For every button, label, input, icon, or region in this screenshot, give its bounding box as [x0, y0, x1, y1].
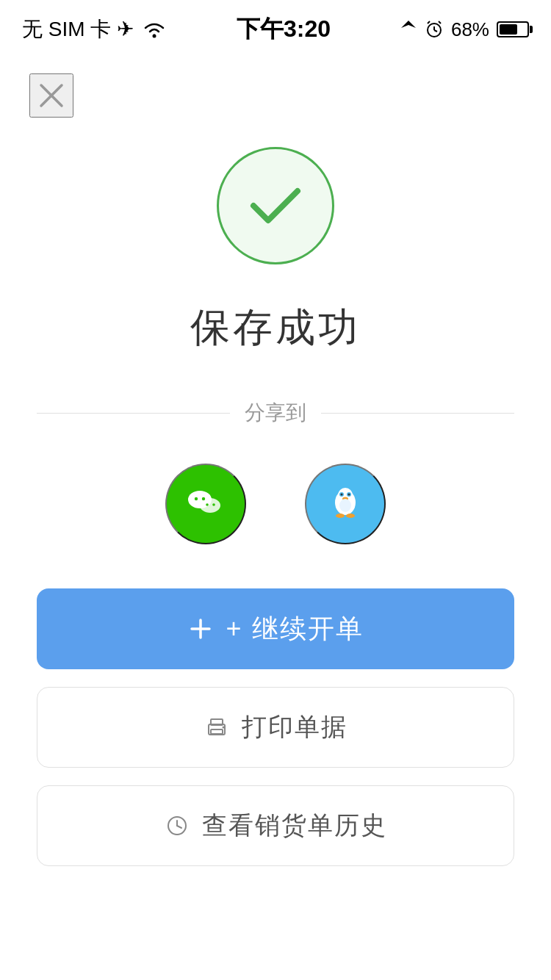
printer-icon [204, 714, 230, 741]
share-section: 分享到 [37, 399, 514, 544]
battery-percentage: 68% [451, 18, 489, 41]
wifi-icon [141, 19, 168, 40]
print-label: 打印单据 [242, 710, 347, 744]
svg-point-10 [195, 497, 198, 500]
battery-icon [497, 21, 529, 37]
no-sim-label: 无 SIM 卡 ✈ [22, 15, 134, 43]
svg-point-22 [346, 514, 355, 518]
svg-rect-28 [211, 729, 223, 734]
svg-line-3 [434, 30, 437, 32]
share-divider: 分享到 [37, 399, 514, 427]
divider-left [37, 413, 230, 414]
continue-button[interactable]: + 继续开单 [37, 588, 514, 669]
alarm-icon [425, 19, 444, 40]
qq-icon [322, 480, 369, 527]
checkmark-icon [242, 173, 309, 239]
status-time: 下午3:20 [237, 13, 331, 46]
success-title: 保存成功 [190, 301, 361, 355]
battery-icon-container [497, 21, 529, 37]
status-bar: 无 SIM 卡 ✈ 下午3:20 68% [0, 0, 551, 59]
success-icon-circle [217, 147, 334, 264]
svg-point-13 [212, 503, 215, 506]
plus-icon [187, 616, 214, 642]
history-button[interactable]: 查看销货单历史 [37, 785, 514, 866]
continue-label: + 继续开单 [226, 611, 363, 647]
qq-share-button[interactable] [305, 464, 386, 544]
battery-fill [500, 24, 517, 35]
svg-point-23 [339, 499, 351, 512]
status-left: 无 SIM 卡 ✈ [22, 15, 168, 43]
svg-line-32 [177, 826, 181, 828]
svg-point-12 [206, 503, 209, 506]
svg-point-29 [223, 727, 225, 729]
history-label: 查看销货单历史 [202, 809, 387, 843]
svg-line-5 [439, 21, 441, 24]
divider-right [321, 413, 514, 414]
share-icons-row [37, 464, 514, 544]
status-right: 68% [400, 18, 529, 41]
svg-line-4 [428, 21, 430, 24]
svg-point-0 [153, 35, 156, 38]
location-icon [400, 19, 417, 40]
svg-point-11 [202, 497, 205, 500]
svg-point-21 [336, 514, 345, 518]
main-content: 保存成功 分享到 [0, 132, 551, 980]
action-buttons: + 继续开单 打印单据 查看销货单历史 [37, 588, 514, 866]
close-button[interactable] [29, 73, 73, 118]
close-area [0, 59, 551, 132]
svg-point-19 [348, 494, 350, 496]
share-label: 分享到 [245, 399, 306, 427]
clock-icon [164, 813, 190, 839]
wechat-icon [182, 480, 229, 527]
wechat-share-button[interactable] [165, 464, 246, 544]
svg-point-18 [341, 494, 343, 496]
print-button[interactable]: 打印单据 [37, 687, 514, 768]
close-icon [35, 79, 68, 112]
